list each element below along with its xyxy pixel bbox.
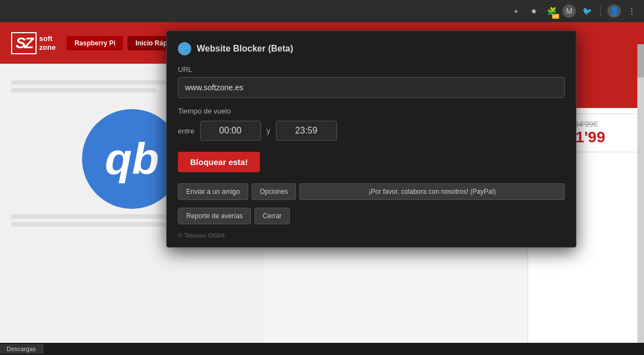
blocker-dialog-icon: 🐦 — [178, 42, 191, 55]
blocker-dialog[interactable]: 🐦 Website Blocker (Beta) URL Tiempo de v… — [166, 30, 576, 248]
downloads-tab[interactable]: Descargas — [0, 344, 43, 354]
time-to-input[interactable] — [276, 121, 337, 141]
time-row: entre y — [178, 121, 565, 141]
bookmark-icon[interactable]: ★ — [527, 4, 540, 18]
off-badge: off — [552, 14, 559, 19]
block-button[interactable]: Bloquear esta! — [178, 152, 260, 172]
nav-raspberry-pi[interactable]: Raspberry Pi — [67, 36, 123, 50]
addon-m-icon[interactable]: M — [563, 4, 576, 18]
menu-icon[interactable]: ⋮ — [625, 4, 638, 18]
sz-soft: soft — [39, 34, 56, 43]
between-label: entre — [178, 127, 195, 135]
and-label: y — [267, 126, 270, 135]
sz-logo-text: soft zone — [39, 34, 56, 52]
dialog-actions-row2: Reporte de averías Cerrar — [178, 208, 565, 224]
sz-logo-box: SZ — [11, 32, 37, 54]
paypal-button[interactable]: ¡Por favor, colabora con nosotros! (PayP… — [299, 183, 565, 200]
addon-bird-icon[interactable]: 🐦 — [580, 4, 594, 18]
url-label: URL — [178, 65, 565, 74]
addon-puzzle-icon[interactable]: 🧩 off — [545, 4, 558, 18]
dialog-header: 🐦 Website Blocker (Beta) — [178, 42, 565, 55]
options-button[interactable]: Opciones — [252, 183, 297, 200]
sz-zone: zone — [39, 43, 56, 52]
sz-logo: SZ soft zone — [11, 32, 55, 54]
url-input[interactable] — [178, 77, 565, 98]
dialog-actions: Enviar a un amigo Opciones ¡Por favor, c… — [178, 183, 565, 200]
browser-toolbar: + ★ 🧩 off M 🐦 👤 ⋮ — [0, 0, 644, 22]
add-tab-icon[interactable]: + — [509, 4, 523, 18]
scrollbar[interactable] — [637, 44, 644, 355]
toolbar-separator — [600, 6, 601, 17]
bottom-bar: Descargas — [0, 343, 644, 355]
text-line-2 — [11, 88, 156, 92]
report-button[interactable]: Reporte de averías — [178, 208, 251, 224]
text-line-4 — [11, 222, 180, 227]
send-friend-button[interactable]: Enviar a un amigo — [178, 183, 248, 200]
time-from-input[interactable] — [200, 121, 261, 141]
close-button[interactable]: Cerrar — [254, 208, 290, 224]
dialog-title: Website Blocker (Beta) — [197, 44, 293, 54]
scrollbar-thumb[interactable] — [637, 44, 644, 78]
time-section-label: Tiempo de vuelo — [178, 107, 565, 115]
dialog-footer: © Tetsuwo OISHI. — [178, 232, 565, 239]
profile-icon[interactable]: 👤 — [607, 4, 621, 18]
